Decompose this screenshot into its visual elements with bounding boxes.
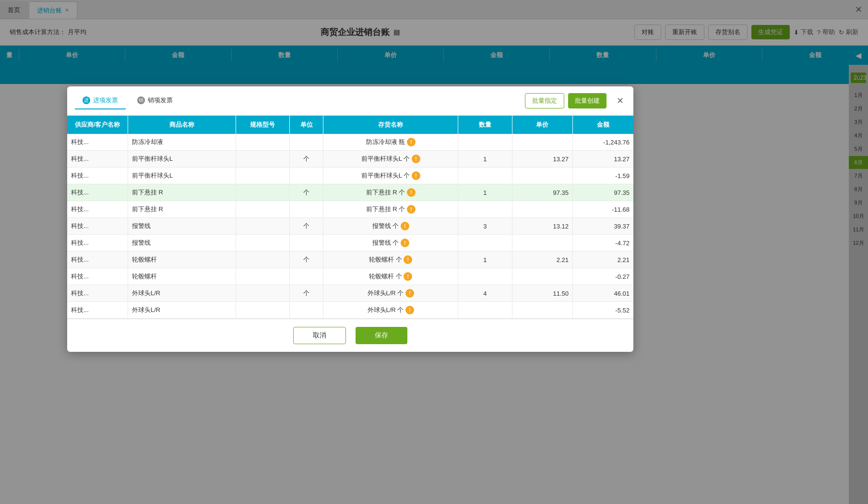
cell-product: 前下悬挂 R	[128, 201, 236, 218]
cell-unit	[290, 235, 323, 252]
cell-qty: 4	[458, 285, 512, 302]
cell-spec	[236, 235, 289, 252]
cell-product: 前平衡杆球头L	[128, 168, 236, 184]
tab-incoming-invoice[interactable]: 进 进项发票	[75, 92, 126, 109]
cell-unit: 个	[290, 252, 323, 268]
cell-unit	[290, 201, 323, 218]
warning-icon: !	[412, 155, 420, 163]
th-product-name: 商品名称	[128, 116, 236, 134]
batch-create-button[interactable]: 批量创建	[568, 93, 606, 108]
cell-price: 13.27	[512, 151, 572, 168]
save-button[interactable]: 保存	[356, 327, 407, 344]
cell-inventory: 前下悬挂 R 个 !	[323, 201, 458, 218]
outgoing-invoice-icon: 销	[137, 96, 145, 104]
cell-spec	[236, 201, 289, 218]
warning-icon: !	[405, 306, 414, 314]
cell-supplier: 科技...	[67, 252, 128, 268]
cell-qty: 1	[458, 184, 512, 201]
cell-amount: -1,243.76	[573, 134, 633, 151]
cell-inventory: 报警线 个 !	[323, 235, 458, 252]
table-row: 科技...前平衡杆球头L个前平衡杆球头L 个 !113.2713.27	[67, 151, 633, 168]
incoming-invoice-icon: 进	[83, 96, 90, 104]
cell-qty	[458, 168, 512, 184]
warning-icon: !	[401, 239, 409, 247]
cancel-button[interactable]: 取消	[293, 327, 346, 344]
cell-product: 外球头L/R	[128, 302, 236, 319]
cell-supplier: 科技...	[67, 134, 128, 151]
warning-icon: !	[404, 272, 412, 281]
cell-supplier: 科技...	[67, 168, 128, 184]
cell-product: 前平衡杆球头L	[128, 151, 236, 168]
cell-qty	[458, 302, 512, 319]
invoice-dialog: 进 进项发票 销 销项发票 批量指定 批量创建 ✕	[67, 86, 633, 352]
dialog-close-button[interactable]: ✕	[614, 95, 626, 107]
cell-spec	[236, 151, 289, 168]
cell-qty: 1	[458, 252, 512, 268]
cell-spec	[236, 184, 289, 201]
tab-outgoing-invoice[interactable]: 销 销项发票	[130, 92, 180, 109]
cell-inventory: 外球头L/R 个 !	[323, 302, 458, 319]
th-supplier: 供应商/客户名称	[67, 116, 128, 134]
cell-inventory: 前平衡杆球头L 个 !	[323, 168, 458, 184]
dialog-header-buttons: 批量指定 批量创建	[525, 93, 606, 108]
cell-unit	[290, 302, 323, 319]
cell-amount: 46.01	[573, 285, 633, 302]
cell-inventory: 轮毂螺杆 个 !	[323, 252, 458, 268]
cell-supplier: 科技...	[67, 201, 128, 218]
cell-supplier: 科技...	[67, 285, 128, 302]
th-spec: 规格型号	[236, 116, 289, 134]
cell-unit: 个	[290, 151, 323, 168]
cell-supplier: 科技...	[67, 218, 128, 235]
cell-spec	[236, 218, 289, 235]
cell-qty	[458, 201, 512, 218]
table-row: 科技...前平衡杆球头L前平衡杆球头L 个 !-1.59	[67, 168, 633, 184]
cell-inventory: 前下悬挂 R 个 !	[323, 184, 458, 201]
warning-icon: !	[405, 289, 414, 298]
warning-icon: !	[401, 222, 409, 230]
cell-amount: -11.68	[573, 201, 633, 218]
th-qty: 数量	[458, 116, 512, 134]
table-row: 科技...外球头L/R个外球头L/R 个 !411.5046.01	[67, 285, 633, 302]
table-row: 科技...轮毂螺杆轮毂螺杆 个 !-0.27	[67, 268, 633, 285]
th-inventory-name: 存货名称	[323, 116, 458, 134]
cell-inventory: 防冻冷却液 瓶 !	[323, 134, 458, 151]
cell-price: 11.50	[512, 285, 572, 302]
table-body: 科技...防冻冷却液防冻冷却液 瓶 !-1,243.76科技...前平衡杆球头L…	[67, 134, 633, 319]
cell-spec	[236, 285, 289, 302]
dialog-table-container[interactable]: 供应商/客户名称 商品名称 规格型号 单位 存货名称 数量 单价 金额 科技..…	[67, 116, 633, 319]
cell-price	[512, 235, 572, 252]
table-row: 科技...防冻冷却液防冻冷却液 瓶 !-1,243.76	[67, 134, 633, 151]
cell-amount: 97.35	[573, 184, 633, 201]
cell-spec	[236, 252, 289, 268]
cell-amount: 2.21	[573, 252, 633, 268]
cell-supplier: 科技...	[67, 268, 128, 285]
warning-icon: !	[404, 255, 412, 264]
table-header-row: 供应商/客户名称 商品名称 规格型号 单位 存货名称 数量 单价 金额	[67, 116, 633, 134]
cell-spec	[236, 302, 289, 319]
cell-spec	[236, 134, 289, 151]
cell-inventory: 前平衡杆球头L 个 !	[323, 151, 458, 168]
cell-inventory: 轮毂螺杆 个 !	[323, 268, 458, 285]
dialog-header: 进 进项发票 销 销项发票 批量指定 批量创建 ✕	[67, 86, 633, 116]
cell-supplier: 科技...	[67, 302, 128, 319]
cell-product: 报警线	[128, 235, 236, 252]
cell-spec	[236, 268, 289, 285]
cell-unit: 个	[290, 285, 323, 302]
cell-unit: 个	[290, 218, 323, 235]
table-row: 科技...前下悬挂 R前下悬挂 R 个 !-11.68	[67, 201, 633, 218]
table-row: 科技...外球头L/R外球头L/R 个 !-5.52	[67, 302, 633, 319]
cell-unit	[290, 168, 323, 184]
cell-product: 报警线	[128, 218, 236, 235]
cell-product: 轮毂螺杆	[128, 252, 236, 268]
invoice-table: 供应商/客户名称 商品名称 规格型号 单位 存货名称 数量 单价 金额 科技..…	[67, 116, 633, 319]
cell-qty: 1	[458, 151, 512, 168]
cell-price: 97.35	[512, 184, 572, 201]
batch-assign-button[interactable]: 批量指定	[525, 93, 564, 108]
warning-icon: !	[407, 205, 416, 214]
cell-product: 外球头L/R	[128, 285, 236, 302]
cell-qty	[458, 268, 512, 285]
cell-supplier: 科技...	[67, 151, 128, 168]
cell-amount: -1.59	[573, 168, 633, 184]
cell-price: 2.21	[512, 252, 572, 268]
cell-unit: 个	[290, 184, 323, 201]
